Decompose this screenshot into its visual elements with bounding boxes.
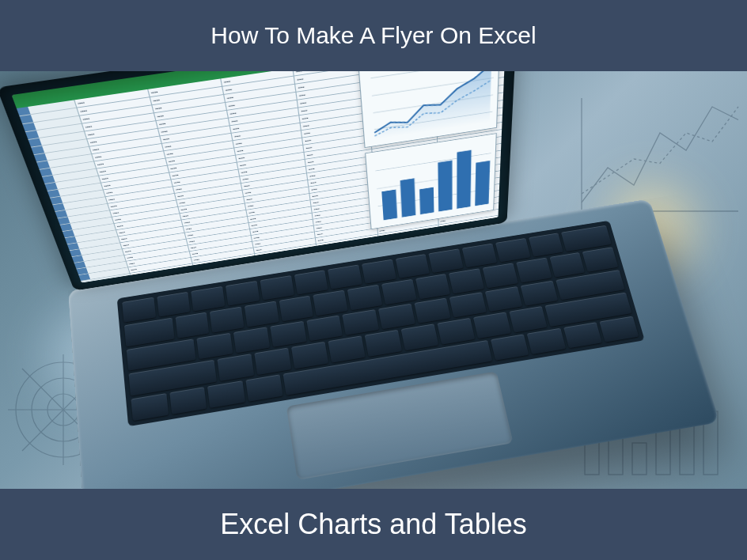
- svg-line-17: [375, 153, 491, 171]
- laptop-trackpad: [286, 371, 514, 480]
- laptop-hinge: [151, 327, 602, 410]
- top-title: How To Make A Flyer On Excel: [210, 22, 536, 49]
- bottom-banner: Excel Charts and Tables: [0, 489, 747, 560]
- svg-rect-2: [632, 443, 647, 475]
- hero-image: ▪▪▪▪▪▪▪▪▪▪▪▪▪▪▪▪▪▪▪▪▪▪▪▪▪▪▪▪▪▪▪▪▪▪▪▪▪▪▪▪…: [0, 71, 747, 489]
- laptop: ▪▪▪▪▪▪▪▪▪▪▪▪▪▪▪▪▪▪▪▪▪▪▪▪▪▪▪▪▪▪▪▪▪▪▪▪▪▪▪▪…: [60, 92, 720, 489]
- svg-rect-20: [381, 190, 397, 221]
- bottom-title: Excel Charts and Tables: [220, 508, 527, 541]
- svg-rect-21: [400, 178, 416, 217]
- svg-rect-22: [419, 187, 434, 214]
- svg-rect-25: [475, 161, 490, 206]
- top-banner: How To Make A Flyer On Excel: [0, 0, 747, 71]
- svg-rect-24: [457, 150, 471, 209]
- svg-line-18: [377, 172, 491, 189]
- svg-rect-23: [438, 161, 452, 212]
